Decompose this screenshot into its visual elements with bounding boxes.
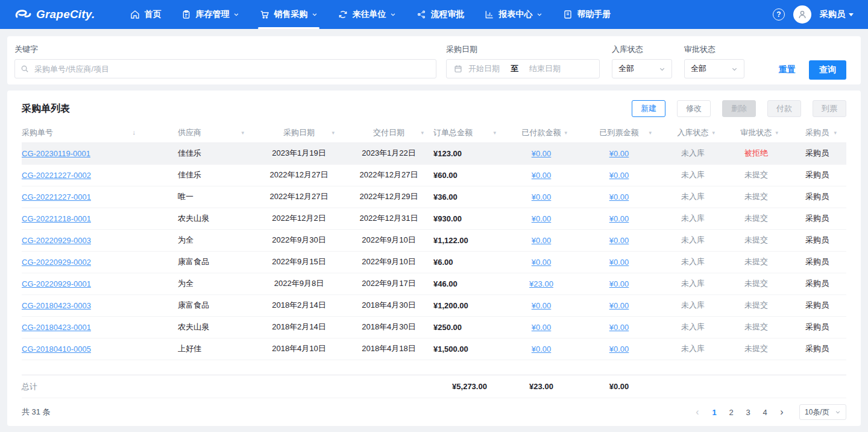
filter-caret-icon[interactable]: ▾ xyxy=(241,130,244,136)
nav-item-help-manual[interactable]: 帮助手册 xyxy=(553,0,621,29)
warehouse-status-select[interactable]: 全部 xyxy=(612,59,672,78)
nav-item-label: 来往单位 xyxy=(352,9,386,20)
filter-caret-icon[interactable]: ▾ xyxy=(493,130,496,136)
page-button-4[interactable]: 4 xyxy=(758,405,772,419)
nav-item-approval[interactable]: 流程审批 xyxy=(406,0,474,29)
invoiced-amount-link[interactable]: ¥0.00 xyxy=(609,279,629,288)
table-row[interactable]: CG-20180423-0003 康富食品 2018年2月14日 2018年4月… xyxy=(22,294,846,316)
delivery-date-text: 2018年4月18日 xyxy=(362,344,416,353)
paid-amount-link[interactable]: ¥23.00 xyxy=(529,279,553,288)
invoiced-amount-link[interactable]: ¥0.00 xyxy=(609,171,629,180)
paid-amount-link[interactable]: ¥0.00 xyxy=(532,301,552,310)
invoiced-amount-link[interactable]: ¥0.00 xyxy=(609,258,629,267)
purchase-date-text: 2022年9月30日 xyxy=(272,235,326,244)
avatar[interactable] xyxy=(793,5,811,24)
table-row[interactable]: CG-20220929-0001 为全 2022年9月8日 2022年9月17日… xyxy=(22,273,846,294)
invoiced-amount-link[interactable]: ¥0.00 xyxy=(609,149,629,158)
new-button[interactable]: 新建 xyxy=(632,100,665,117)
invoiced-amount-link[interactable]: ¥0.00 xyxy=(609,214,629,223)
table-row[interactable]: CG-20220929-0002 康富食品 2022年9月15日 2022年9月… xyxy=(22,251,846,273)
invoiced-amount-link[interactable]: ¥0.00 xyxy=(609,323,629,332)
paid-amount-link[interactable]: ¥0.00 xyxy=(532,258,552,267)
page-button-2[interactable]: 2 xyxy=(725,405,738,419)
invoiced-amount-link[interactable]: ¥0.00 xyxy=(609,301,629,310)
main-nav: 首页 库存管理 销售采购 来往单位 流程审批 报表中心 xyxy=(120,0,621,29)
po-number-link[interactable]: CG-20221227-0002 xyxy=(22,171,91,180)
column-header-label: 入库状态 xyxy=(678,128,709,137)
invoiced-amount-link[interactable]: ¥0.00 xyxy=(609,236,629,245)
invoiced-amount-link[interactable]: ¥0.00 xyxy=(609,345,629,354)
inventory-icon xyxy=(181,10,191,19)
table-row[interactable]: CG-20221227-0002 佳佳乐 2022年12月27日 2022年12… xyxy=(22,164,846,186)
supplier-text: 农夫山泉 xyxy=(178,322,209,331)
po-number-link[interactable]: CG-20221227-0001 xyxy=(22,192,91,202)
po-number-link[interactable]: CG-20180423-0003 xyxy=(22,301,91,310)
filter-caret-icon[interactable]: ▾ xyxy=(649,130,652,136)
page-size-select[interactable]: 10条/页 xyxy=(799,404,846,420)
invoiced-amount-link[interactable]: ¥0.00 xyxy=(609,192,629,202)
po-number-link[interactable]: CG-20230119-0001 xyxy=(22,149,90,158)
modify-button[interactable]: 修改 xyxy=(677,100,711,117)
page-title: 采购单列表 xyxy=(22,103,70,115)
help-icon[interactable]: ? xyxy=(773,8,785,21)
po-number-link[interactable]: CG-20221218-0001 xyxy=(22,214,91,223)
table-row[interactable]: CG-20230119-0001 佳佳乐 2023年1月19日 2023年1月2… xyxy=(22,142,846,164)
next-page-icon[interactable]: › xyxy=(775,405,788,419)
payment-button[interactable]: 付款 xyxy=(767,100,801,117)
grapecity-logo[interactable]: GrapeCity. xyxy=(14,8,95,21)
end-date-placeholder[interactable]: 结束日期 xyxy=(529,63,561,74)
sort-icon[interactable]: ↓ xyxy=(133,129,136,136)
paid-amount-link[interactable]: ¥0.00 xyxy=(532,214,552,223)
approval-status-select[interactable]: 全部 xyxy=(684,59,744,78)
delivery-date-text: 2023年1月22日 xyxy=(362,148,416,157)
table-row[interactable]: CG-20221218-0001 农夫山泉 2022年12月2日 2022年12… xyxy=(22,208,846,229)
column-header-label: 采购单号 xyxy=(22,128,53,137)
nav-item-inventory[interactable]: 库存管理 xyxy=(171,0,250,29)
table-row[interactable]: CG-20221227-0001 唯一 2022年12月27日 2022年12月… xyxy=(22,186,846,208)
chevron-down-icon xyxy=(835,409,841,415)
nav-item-report-center[interactable]: 报表中心 xyxy=(474,0,553,29)
table-row[interactable]: CG-20220929-0003 为全 2022年9月30日 2022年9月10… xyxy=(22,229,846,251)
prev-page-icon[interactable]: ‹ xyxy=(691,405,704,419)
po-number-link[interactable]: CG-20180410-0005 xyxy=(22,345,91,354)
po-number-link[interactable]: CG-20220929-0002 xyxy=(22,258,91,267)
po-number-link[interactable]: CG-20220929-0003 xyxy=(22,236,91,245)
receipt-button[interactable]: 到票 xyxy=(813,100,846,117)
table-row[interactable]: CG-20180410-0005 上好佳 2018年4月10日 2018年4月1… xyxy=(22,338,846,360)
approval-status-text: 未提交 xyxy=(744,279,768,288)
filter-caret-icon[interactable]: ▾ xyxy=(834,130,837,136)
search-button[interactable]: 查询 xyxy=(809,60,846,80)
keyword-input[interactable] xyxy=(14,59,436,78)
po-number-link[interactable]: CG-20220929-0001 xyxy=(22,279,91,288)
paid-amount-link[interactable]: ¥0.00 xyxy=(532,171,552,180)
user-menu[interactable]: 采购员 xyxy=(820,9,854,20)
approval-status-text: 未提交 xyxy=(744,214,768,223)
page-button-3[interactable]: 3 xyxy=(741,405,755,419)
filter-caret-icon[interactable]: ▾ xyxy=(421,130,424,136)
nav-item-partners[interactable]: 来往单位 xyxy=(328,0,406,29)
page-size-value: 10条/页 xyxy=(805,407,829,418)
filter-caret-icon[interactable]: ▾ xyxy=(775,130,778,136)
user-role-label: 采购员 xyxy=(820,9,845,20)
reset-button[interactable]: 重置 xyxy=(779,65,796,75)
column-header-label: 供应商 xyxy=(178,128,201,137)
filter-panel: 关键字 采购日期 开始日期 至 结束日期 入库状态 全部 审批状态 全部 xyxy=(7,36,861,84)
warehouse-status-text: 未入库 xyxy=(681,214,705,223)
toolbar: 新建 修改 删除 付款 到票 xyxy=(632,100,846,117)
nav-item-sales-purchase[interactable]: 销售采购 xyxy=(250,0,328,29)
purchase-date-range-picker[interactable]: 开始日期 至 结束日期 xyxy=(446,59,600,78)
filter-caret-icon[interactable]: ▾ xyxy=(564,130,567,136)
filter-caret-icon[interactable]: ▾ xyxy=(712,130,715,136)
table-row[interactable]: CG-20180423-0001 农夫山泉 2018年2月14日 2018年4月… xyxy=(22,316,846,338)
nav-item-home[interactable]: 首页 xyxy=(120,0,171,29)
page-button-1[interactable]: 1 xyxy=(708,405,721,419)
paid-amount-link[interactable]: ¥0.00 xyxy=(532,345,552,354)
po-number-link[interactable]: CG-20180423-0001 xyxy=(22,323,91,332)
paid-amount-link[interactable]: ¥0.00 xyxy=(532,323,552,332)
paid-amount-link[interactable]: ¥0.00 xyxy=(532,149,552,158)
paid-amount-link[interactable]: ¥0.00 xyxy=(532,192,552,202)
start-date-placeholder[interactable]: 开始日期 xyxy=(468,63,500,74)
user-icon xyxy=(797,9,808,20)
paid-amount-link[interactable]: ¥0.00 xyxy=(532,236,552,245)
filter-caret-icon[interactable]: ▾ xyxy=(332,130,335,136)
